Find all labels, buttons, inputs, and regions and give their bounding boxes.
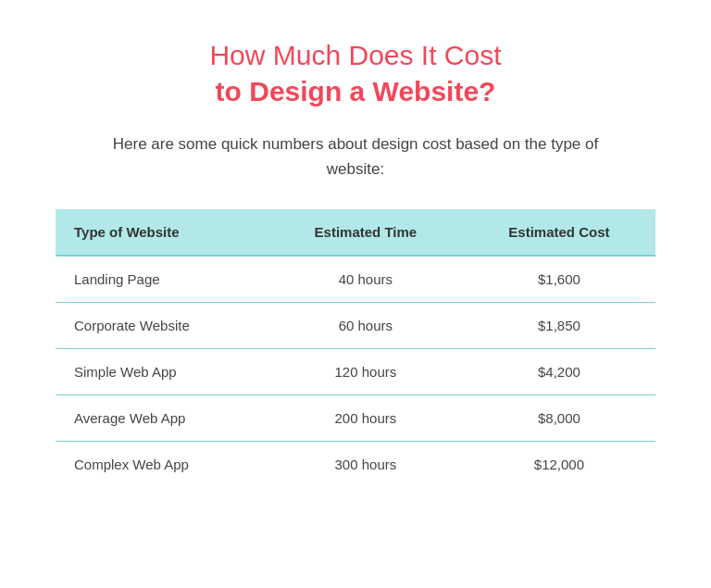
title-block: How Much Does It Cost to Design a Websit…	[209, 37, 501, 109]
cell-type: Average Web App	[56, 395, 268, 442]
col-header-cost: Estimated Cost	[463, 209, 655, 256]
col-header-type: Type of Website	[56, 209, 268, 256]
cell-time: 120 hours	[268, 349, 463, 395]
cell-type: Corporate Website	[56, 303, 268, 349]
cell-type: Complex Web App	[56, 442, 268, 488]
table-row: Complex Web App300 hours$12,000	[56, 442, 655, 488]
table-body: Landing Page40 hours$1,600Corporate Webs…	[56, 256, 655, 487]
title-line1: How Much Does It Cost	[209, 37, 501, 73]
table-row: Average Web App200 hours$8,000	[56, 395, 655, 442]
main-card: How Much Does It Cost to Design a Websit…	[0, 0, 711, 588]
cell-time: 40 hours	[268, 256, 463, 303]
table-row: Corporate Website60 hours$1,850	[56, 303, 655, 349]
cell-type: Simple Web App	[56, 349, 268, 395]
cell-time: 200 hours	[268, 395, 463, 442]
cell-cost: $4,200	[463, 349, 655, 395]
cell-cost: $1,850	[463, 303, 655, 349]
header-row: Type of Website Estimated Time Estimated…	[56, 209, 655, 256]
title-line2: to Design a Website?	[209, 73, 501, 109]
cell-cost: $1,600	[463, 256, 655, 303]
table-header: Type of Website Estimated Time Estimated…	[56, 209, 655, 256]
pricing-table: Type of Website Estimated Time Estimated…	[56, 209, 655, 487]
pricing-table-wrapper: Type of Website Estimated Time Estimated…	[56, 209, 655, 487]
cell-cost: $12,000	[463, 442, 655, 488]
cell-time: 300 hours	[268, 442, 463, 488]
table-row: Simple Web App120 hours$4,200	[56, 349, 655, 395]
cell-type: Landing Page	[56, 256, 268, 303]
cell-cost: $8,000	[463, 395, 655, 442]
col-header-time: Estimated Time	[268, 209, 463, 256]
table-row: Landing Page40 hours$1,600	[56, 256, 655, 303]
cell-time: 60 hours	[268, 303, 463, 349]
subtitle-text: Here are some quick numbers about design…	[96, 131, 615, 181]
